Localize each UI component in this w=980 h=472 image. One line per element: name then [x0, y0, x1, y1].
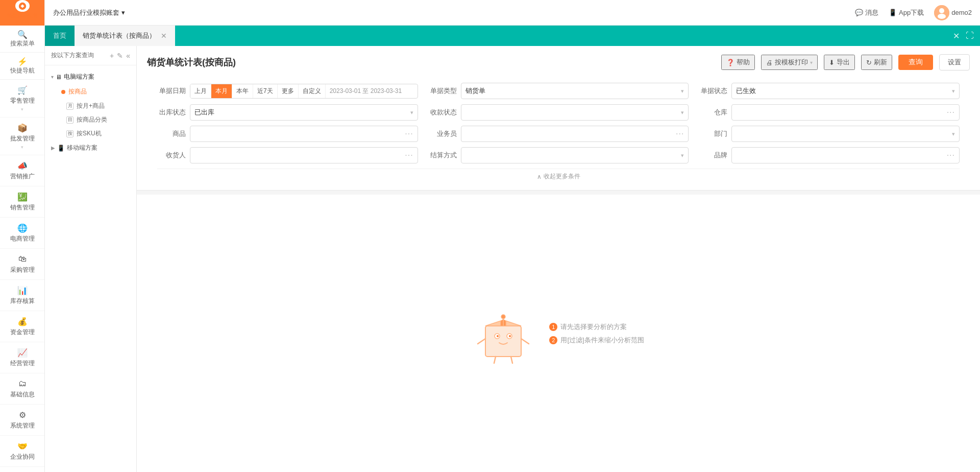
tip-text-2: 用[过滤]条件来缩小分析范围 [560, 334, 644, 347]
scheme-collapse-btn[interactable]: « [126, 52, 130, 60]
brand-control[interactable]: ··· [731, 147, 960, 163]
app-name-text: 办公用品行业模拟账套 [53, 8, 119, 17]
doc-type-label: 单据类型 [428, 86, 457, 96]
payment-label: 结算方式 [428, 151, 457, 160]
query-btn[interactable]: 查询 [898, 55, 933, 70]
svg-rect-4 [485, 326, 521, 357]
print-arrow-icon: ▾ [810, 60, 813, 65]
basic-icon: 🗂 [17, 379, 28, 389]
doc-type-arrow-icon: ▾ [681, 88, 684, 95]
scheme-tree: ▾ 🖥 电脑端方案 按商品 月 按月+商品 目 按商品分类 [45, 65, 136, 472]
sidebar-item-inventory[interactable]: 📊 库存核算 [0, 280, 44, 311]
sidebar-search[interactable]: 🔍 搜索菜单 [0, 26, 44, 53]
empty-tips: 1 请先选择要分析的方案 2 用[过滤]条件来缩小分析范围 [549, 320, 644, 347]
date-btn-current-month[interactable]: 本月 [211, 84, 232, 98]
system-label: 系统管理 [10, 421, 35, 430]
stock-status-arrow-icon: ▾ [410, 109, 413, 116]
empty-state: 1 请先选择要分析的方案 2 用[过滤]条件来缩小分析范围 [137, 195, 980, 472]
tip-num-1: 1 [549, 323, 557, 331]
brand-label: 品牌 [699, 151, 727, 160]
marketing-label: 营销推广 [10, 172, 35, 181]
sidebar-item-finance[interactable]: 💰 资金管理 [0, 311, 44, 342]
salesman-control[interactable]: ··· [461, 126, 689, 142]
scheme-item-by-product[interactable]: 按商品 [45, 84, 136, 99]
sidebar-item-enterprise[interactable]: 🤝 企业协同 [0, 436, 44, 467]
refresh-icon: ↻ [866, 59, 872, 66]
pc-group-icon: 🖥 [56, 74, 62, 81]
settings-btn[interactable]: 设置 [939, 54, 970, 70]
sidebar-item-operation[interactable]: 📈 经营管理 [0, 342, 44, 373]
sidebar-item-retail[interactable]: 🛒 零售管理 ▾ [0, 80, 44, 117]
scheme-mobile-group[interactable]: ▶ 📱 移动端方案 [45, 140, 136, 155]
scheme-item-by-sku[interactable]: 按 按SKU机 [45, 127, 136, 140]
warehouse-label: 仓库 [699, 108, 727, 117]
product-label: 商品 [157, 129, 186, 138]
date-btn-more[interactable]: 更多 [278, 84, 299, 98]
sidebar-item-sales[interactable]: 💹 销售管理 [0, 186, 44, 218]
sidebar-item-system[interactable]: ⚙ 系统管理 [0, 405, 44, 436]
filter-row-2: 出库状态 已出库 ▾ 收款状态 ▾ [157, 104, 960, 121]
export-btn[interactable]: ⬇ 导出 [824, 55, 855, 70]
doc-status-control[interactable]: 已生效 ▾ [731, 83, 960, 99]
sidebar-item-basic[interactable]: 🗂 基础信息 [0, 373, 44, 405]
refresh-btn[interactable]: ↻ 刷新 [861, 55, 892, 70]
sidebar-item-purchase[interactable]: 🛍 采购管理 [0, 249, 44, 280]
help-btn[interactable]: ❓ 帮助 [721, 55, 755, 70]
app-download-btn[interactable]: 📱 App下载 [889, 8, 924, 17]
doc-status-value: 已生效 [736, 86, 756, 96]
scheme-panel: 按以下方案查询 + ✎ « ▾ 🖥 电脑端方案 按商品 [45, 46, 137, 472]
tab-close-all-icon[interactable]: ✕ [951, 29, 962, 43]
sku-icon: 按 [66, 130, 74, 137]
tab-close-icon[interactable]: ✕ [161, 32, 167, 40]
product-control[interactable]: ··· [190, 126, 418, 142]
salesman-dots-icon: ··· [676, 129, 684, 138]
doc-type-control[interactable]: 销货单 ▾ [461, 83, 689, 99]
finance-icon: 💰 [17, 316, 28, 326]
date-filter-control[interactable]: 上月 本月 本年 近7天 更多 自定义 2023-03-01 至 2023-03… [190, 84, 418, 99]
wholesale-icon: 📦 [17, 123, 28, 133]
collection-status-control[interactable]: ▾ [461, 104, 689, 121]
tab-home[interactable]: 首页 [45, 26, 75, 46]
sidebar-item-marketing[interactable]: 📣 营销推广 [0, 155, 44, 186]
basic-label: 基础信息 [10, 390, 35, 399]
purchase-icon: 🛍 [17, 254, 28, 264]
scheme-edit-btn[interactable]: ✎ [117, 52, 123, 60]
mobile-group-arrow-icon: ▶ [51, 145, 55, 151]
mobile-icon: 📱 [57, 145, 65, 152]
sidebar: 畅捷通好生意 标签页 🔍 搜索菜单 ⚡ 快捷导航 🛒 零售管理 ▾ 📦 批发管理… [0, 0, 45, 472]
filter-doc-type: 单据类型 销货单 ▾ [428, 83, 689, 99]
topbar-app-name[interactable]: 办公用品行业模拟账套 ▾ [53, 8, 125, 17]
payment-arrow-icon: ▾ [681, 152, 684, 159]
department-control[interactable]: ▾ [731, 126, 960, 142]
empty-content: 1 请先选择要分析的方案 2 用[过滤]条件来缩小分析范围 [473, 303, 644, 364]
export-icon: ⬇ [829, 59, 835, 66]
stock-status-control[interactable]: 已出库 ▾ [190, 104, 418, 121]
logo-label: 标签页 [15, 19, 29, 26]
sidebar-item-newbie[interactable]: 🎯 新手引导 [0, 467, 44, 472]
consignee-control[interactable]: ··· [190, 147, 418, 163]
tab-report[interactable]: 销货单统计表（按商品） ✕ [75, 26, 175, 46]
scheme-item-by-month-product[interactable]: 月 按月+商品 [45, 99, 136, 113]
app-logo[interactable]: 畅捷通好生意 标签页 [0, 0, 44, 26]
payment-control[interactable]: ▾ [461, 147, 689, 163]
date-btn-7days[interactable]: 近7天 [253, 84, 278, 98]
scheme-item-by-category[interactable]: 目 按商品分类 [45, 113, 136, 127]
sidebar-item-wholesale[interactable]: 📦 批发管理 ▾ [0, 117, 44, 155]
date-btn-prev-month[interactable]: 上月 [190, 84, 211, 98]
date-btn-current-year[interactable]: 本年 [232, 84, 253, 98]
page-header: 销货单统计表(按商品) ❓ 帮助 🖨 按模板打印 ▾ ⬇ [137, 46, 980, 191]
scheme-group-pc-header[interactable]: ▾ 🖥 电脑端方案 [45, 69, 136, 84]
sidebar-item-ecommerce[interactable]: 🌐 电商管理 [0, 218, 44, 249]
scheme-add-btn[interactable]: + [110, 52, 114, 60]
consignee-label: 收货人 [157, 151, 186, 160]
retail-label: 零售管理 [10, 97, 35, 105]
tab-fullscreen-icon[interactable]: ⛶ [964, 29, 976, 42]
empty-tip-2: 2 用[过滤]条件来缩小分析范围 [549, 334, 644, 347]
collapse-bar[interactable]: ∧ 收起更多条件 [157, 169, 960, 184]
date-btn-custom[interactable]: 自定义 [299, 84, 326, 98]
print-btn[interactable]: 🖨 按模板打印 ▾ [761, 55, 818, 70]
message-btn[interactable]: 💬 消息 [855, 8, 878, 17]
warehouse-control[interactable]: ··· [731, 104, 960, 121]
user-menu[interactable]: demo2 [934, 5, 972, 20]
sidebar-quick-nav[interactable]: ⚡ 快捷导航 [0, 53, 44, 80]
